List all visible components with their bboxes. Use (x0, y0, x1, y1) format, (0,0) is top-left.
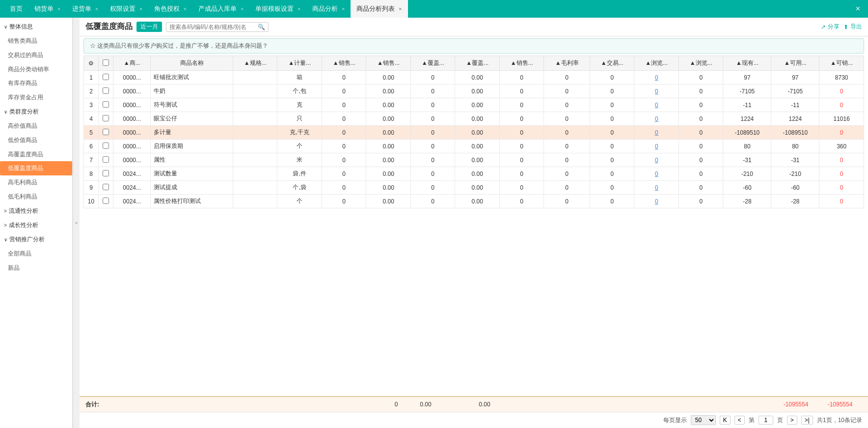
cell-c2: 0.00 (455, 167, 500, 181)
sidebar-section-overall[interactable]: ∨ 整体信息 (0, 20, 72, 34)
cell-checkbox[interactable] (99, 85, 113, 98)
cell-b1[interactable]: 0 (634, 98, 679, 112)
cell-avail: 1224 (771, 112, 819, 126)
sidebar-item-all-products[interactable]: 全部商品 (0, 247, 72, 261)
prev-page-button[interactable]: < (734, 416, 745, 425)
first-page-button[interactable]: K (720, 416, 731, 425)
total-info: 共1页，10条记录 (817, 416, 862, 425)
export-button[interactable]: ⬆ 导出 (843, 23, 862, 31)
cell-cur: 80 (723, 140, 771, 153)
row-checkbox[interactable] (103, 143, 109, 149)
nav-product-warehouse[interactable]: 产成品入库单 × (192, 0, 249, 18)
nav-product-analysis-list[interactable]: 商品分析列表 × (351, 0, 407, 18)
cell-tx: 0 (590, 167, 634, 181)
time-filter-button[interactable]: 近一月 (136, 22, 162, 32)
cell-b1[interactable]: 0 (634, 112, 679, 126)
row-checkbox[interactable] (103, 156, 109, 163)
cell-b1[interactable]: 0 (634, 181, 679, 195)
cell-checkbox[interactable] (99, 126, 113, 140)
cell-b1[interactable]: 0 (634, 153, 679, 167)
sidebar-item-traded-products[interactable]: 交易过的商品 (0, 48, 72, 62)
cell-checkbox[interactable] (99, 153, 113, 167)
sidebar-section-flow[interactable]: > 流通性分析 (0, 204, 72, 218)
page-number-input[interactable] (759, 416, 773, 425)
cell-b1[interactable]: 0 (634, 140, 679, 153)
row-checkbox[interactable] (103, 74, 109, 80)
share-button[interactable]: ↗ 分享 (821, 23, 840, 31)
nav-home[interactable]: 首页 (4, 0, 28, 18)
sidebar-item-low-coverage[interactable]: 低覆盖度商品 (0, 161, 72, 175)
cell-b1[interactable]: 0 (634, 167, 679, 181)
nav-purchase-close[interactable]: × (95, 6, 98, 12)
sidebar-item-inventory-capital[interactable]: 库存资金占用 (0, 90, 72, 105)
page-size-label: 每页显示 (663, 416, 687, 425)
nav-sales[interactable]: 销货单 × (28, 0, 66, 18)
cell-sale: 0 (819, 181, 864, 195)
cell-checkbox[interactable] (99, 98, 113, 112)
sidebar-item-in-stock[interactable]: 有库存商品 (0, 76, 72, 90)
col-header-settings[interactable]: ⚙ (84, 56, 99, 71)
cell-b1[interactable]: 0 (634, 126, 679, 140)
row-checkbox[interactable] (103, 129, 109, 135)
last-page-button[interactable]: >| (801, 416, 813, 425)
nav-roles-close[interactable]: × (184, 6, 187, 12)
bottom-bar: 每页显示 50 20 100 K < 第 页 > >| 共1页，10条记录 (80, 412, 868, 428)
sidebar-item-sales-products[interactable]: 销售类商品 (0, 34, 72, 48)
nav-product-analysis-close[interactable]: × (342, 6, 345, 12)
cell-s2: 0.00 (366, 85, 411, 98)
sidebar-item-high-margin[interactable]: 高毛利商品 (0, 175, 72, 190)
cell-b1[interactable]: 0 (634, 85, 679, 98)
sidebar-item-high-coverage[interactable]: 高覆盖度商品 (0, 147, 72, 162)
row-checkbox[interactable] (103, 101, 109, 108)
nav-product-analysis-list-close[interactable]: × (399, 6, 402, 12)
row-checkbox[interactable] (103, 170, 109, 176)
sidebar-collapse-btn[interactable]: « (73, 18, 80, 428)
sidebar-item-low-value[interactable]: 低价值商品 (0, 133, 72, 147)
sidebar-section-marketing[interactable]: ∨ 营销推广分析 (0, 232, 72, 247)
nav-product-analysis[interactable]: 商品分析 × (306, 0, 351, 18)
nav-roles[interactable]: 角色授权 × (148, 0, 192, 18)
row-checkbox[interactable] (103, 198, 109, 204)
search-input[interactable] (169, 24, 258, 30)
cell-checkbox[interactable] (99, 112, 113, 126)
row-checkbox[interactable] (103, 184, 109, 190)
table-row: 1 0000... 旺铺批次测试 箱 0 0.00 0 0.00 0 0 0 0… (84, 71, 864, 85)
row-checkbox[interactable] (103, 87, 109, 94)
search-icon[interactable]: 🔍 (258, 24, 265, 30)
select-all-checkbox[interactable] (103, 59, 109, 66)
cell-tx: 0 (590, 140, 634, 153)
nav-permissions-close[interactable]: × (139, 6, 142, 12)
next-page-button[interactable]: > (787, 416, 797, 425)
sidebar-section-growth-label: 成长性分析 (9, 221, 38, 229)
main-layout: ∨ 整体信息 销售类商品 交易过的商品 商品分类动销率 有库存商品 库存资金占用… (0, 18, 868, 428)
cell-checkbox[interactable] (99, 195, 113, 208)
row-checkbox[interactable] (103, 115, 109, 121)
nav-product-warehouse-close[interactable]: × (241, 6, 244, 12)
cell-c2: 0.00 (455, 71, 500, 85)
col-header-checkbox[interactable] (99, 56, 113, 71)
sidebar-item-category-sales-rate[interactable]: 商品分类动销率 (0, 62, 72, 77)
cell-cur: 97 (723, 71, 771, 85)
nav-template-close[interactable]: × (298, 6, 300, 12)
sidebar-section-cluster[interactable]: ∨ 类群度分析 (0, 105, 72, 119)
cell-checkbox[interactable] (99, 71, 113, 85)
nav-purchase[interactable]: 进货单 × (66, 0, 104, 18)
page-size-select[interactable]: 50 20 100 (691, 415, 716, 425)
cell-b1[interactable]: 0 (634, 195, 679, 208)
cell-b1[interactable]: 0 (634, 71, 679, 85)
sidebar-item-new-products[interactable]: 新品 (0, 261, 72, 275)
sidebar-item-high-value[interactable]: 高价值商品 (0, 119, 72, 133)
nav-template[interactable]: 单据模板设置 × (249, 0, 306, 18)
cell-s1: 0 (322, 167, 366, 181)
nav-sales-close[interactable]: × (57, 6, 60, 12)
nav-permissions[interactable]: 权限设置 × (104, 0, 148, 18)
sidebar-section-growth[interactable]: > 成长性分析 (0, 218, 72, 232)
table-row: 3 0000... 符号测试 克 0 0.00 0 0.00 0 0 0 0 0… (84, 98, 864, 112)
window-close-button[interactable]: × (852, 4, 864, 13)
cell-checkbox[interactable] (99, 167, 113, 181)
cell-tx: 0 (590, 195, 634, 208)
cell-checkbox[interactable] (99, 181, 113, 195)
total-s2: 0.00 (411, 401, 440, 408)
cell-checkbox[interactable] (99, 140, 113, 153)
sidebar-item-low-margin[interactable]: 低毛利商品 (0, 190, 72, 204)
